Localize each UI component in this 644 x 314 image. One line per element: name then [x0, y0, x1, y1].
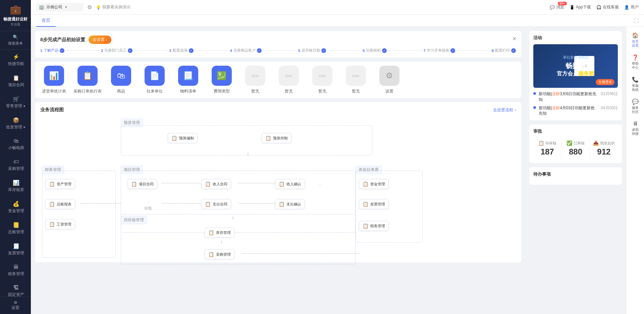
empty-1-icon: Icon	[252, 74, 259, 78]
quick-icon-settings[interactable]: ⚙ 设置	[374, 66, 405, 94]
demo-icon: 💡	[96, 5, 101, 10]
node-project-contract[interactable]: 📋 项目合同	[127, 179, 157, 189]
sidebar-item-capital[interactable]: 💰 资金管理	[0, 197, 31, 218]
right-sidebar-home-settings[interactable]: 🏠 首页设置	[626, 29, 644, 50]
message-badge: 99+	[558, 2, 567, 5]
right-sidebar-hotline[interactable]: 📞 客服热线	[626, 74, 644, 95]
sidebar-search[interactable]: 🔍 搜索菜单	[0, 31, 31, 50]
quick-icon-empty-2[interactable]: Icon 暂无	[274, 66, 304, 94]
company-selector[interactable]: 🏢 示例公司 ▼	[36, 3, 83, 11]
sidebar-item-assets[interactable]: 🏗 固定资产	[0, 281, 31, 297]
right-sidebar-community[interactable]: 💬 服务社区	[626, 96, 644, 117]
expense-contract-icon: 📋	[205, 201, 211, 207]
node-purchase[interactable]: 📋 采购管理	[205, 249, 234, 259]
approval-stat-pending[interactable]: 📋 待审核 187	[533, 138, 561, 159]
node-tax[interactable]: 📋 税务管理	[359, 221, 389, 231]
quick-icon-partner[interactable]: 📄 往来单位	[140, 66, 170, 94]
quick-icon-bom[interactable]: 📃 物料清单	[173, 66, 203, 94]
purchase-flow-label: 采购管理	[216, 252, 231, 257]
topbar-settings-icon[interactable]: ⚙	[87, 4, 92, 10]
quick-icon-empty-3[interactable]: Icon 暂无	[307, 66, 337, 94]
node-income-confirm[interactable]: 📋 收入确认	[275, 179, 305, 189]
node-salary[interactable]: 📋 工资管理	[45, 219, 75, 229]
node-budget-control[interactable]: 📋 预算控制	[262, 133, 291, 143]
node-ledger[interactable]: 📋 总账报表	[45, 199, 75, 209]
mine-label: 📤 我发起的	[593, 140, 615, 146]
chevron-right-icon: ›	[106, 38, 107, 42]
flow-config-link[interactable]: 去设置流程 ›	[493, 107, 516, 113]
quick-icon-goods[interactable]: 🛍 商品	[106, 66, 136, 94]
empty-2-icon-box: Icon	[279, 66, 299, 86]
node-budget-compile[interactable]: 📋 预算编制	[168, 133, 198, 143]
node-capital-manage[interactable]: 📋 资金管理	[359, 179, 389, 189]
sidebar-item-ecommerce[interactable]: 🛍 小畅电商	[0, 134, 31, 155]
approval-stat-done[interactable]: ✅ 已审核 880	[561, 138, 590, 159]
empty-1-icon-box: Icon	[245, 66, 265, 86]
community-label: 服务社区	[632, 106, 639, 114]
sidebar-item-wholesale[interactable]: 📦 批发管理 ▼	[0, 113, 31, 134]
setup-close-button[interactable]: ✕	[512, 36, 517, 42]
sidebar-item-label: 库存核算	[8, 187, 24, 193]
community-icon: 💬	[632, 99, 639, 105]
sidebar-item-inventory[interactable]: 📊 库存核算	[0, 176, 31, 197]
flow-canvas: 预算管理 财务管理 项目管理 供应链管理 资金往来票 📋	[40, 117, 516, 258]
quick-icon-empty-4[interactable]: Icon 暂无	[341, 66, 371, 94]
right-sidebar: 🏠 首页设置 ❓ 帮助中心 📞 客服热线 💬 服务社区 🖥 桌面快捷	[626, 27, 644, 314]
project-contract-label: 项目合同	[139, 182, 154, 187]
inventory-flow-icon: 📋	[208, 230, 214, 235]
quick-icon-purchase-stat[interactable]: 📊 进货单统计表	[39, 66, 69, 94]
quick-icon-purchase-order[interactable]: 📋 采购订单执行表	[72, 66, 103, 94]
sidebar-bottom-settings[interactable]: ⚙ 设置	[0, 297, 31, 314]
quick-icon-expense-type[interactable]: 💹 费用类型	[207, 66, 237, 94]
income-confirm-label: 收入确认	[286, 182, 301, 187]
pending-num: 187	[541, 147, 554, 156]
sidebar-item-ledger[interactable]: 📒 总账管理	[0, 218, 31, 239]
sidebar-item-project[interactable]: 📋 项目合同	[0, 71, 31, 92]
activity-title: 活动	[533, 35, 618, 41]
activity-special-btn[interactable]: 专属通道	[596, 79, 614, 85]
sidebar: 💼 畅捷通好业财 专业版 🔍 搜索菜单 ⚡ 快捷导航 📋 项目合同 🛒 零售管理	[0, 0, 31, 314]
tab-home[interactable]: 首页	[36, 15, 56, 27]
topbar-right: 💬 消息 99+ 📱 App下载 🎧 在线客服 👤 用户	[550, 4, 639, 10]
sidebar-item-purchase[interactable]: 🏷 采购管理	[0, 155, 31, 176]
activity-item-2: 新功能|业财4月03日功能更新抢先知 04月03日	[533, 105, 618, 117]
settings-quick-icon: ⚙	[386, 71, 393, 80]
sidebar-item-quick-nav[interactable]: ⚡ 快捷导航	[0, 50, 31, 71]
purchase-stat-label: 进货单统计表	[42, 88, 66, 94]
user-avatar[interactable]: 👤 用户	[624, 4, 639, 10]
setup-goto-button[interactable]: 去设置 ›	[89, 36, 111, 44]
project-contract-icon: 📋	[131, 181, 137, 187]
right-sidebar-desktop[interactable]: 🖥 桌面快捷	[626, 118, 644, 138]
arrow-income-right: ···	[319, 183, 322, 187]
node-expense-contract[interactable]: 📋 支出合同	[201, 199, 231, 209]
assets-flow-label: 资产管理	[57, 182, 71, 187]
assets-icon: 🏗	[13, 285, 19, 291]
online-service-label: 在线客服	[603, 4, 619, 10]
sidebar-item-label: 零售管理	[6, 103, 22, 109]
quick-icon-empty-1[interactable]: Icon 暂无	[240, 66, 270, 94]
approval-stat-mine[interactable]: 📤 我发起的 912	[590, 138, 618, 159]
online-service-btn[interactable]: 🎧 在线客服	[596, 4, 619, 10]
right-sidebar-help[interactable]: ❓ 帮助中心	[626, 52, 644, 72]
app-version: 专业版	[10, 22, 20, 27]
node-income-contract[interactable]: 📋 收入合同	[201, 179, 231, 189]
node-assets[interactable]: 📋 资产管理	[45, 179, 75, 189]
node-expense-confirm[interactable]: 📋 支出确认	[275, 199, 305, 209]
sidebar-item-tax[interactable]: 🏛 税务管理	[0, 260, 31, 281]
content-tabs: 首页 ⛶	[31, 15, 644, 27]
income-confirm-icon: 📋	[279, 181, 284, 187]
done-label: ✅ 已审核	[567, 140, 585, 146]
expand-icon[interactable]: ⛶	[634, 18, 639, 23]
sidebar-item-invoice[interactable]: 🧾 发票管理	[0, 239, 31, 260]
topbar: 🏢 示例公司 ▼ ⚙ 💡 我要看实例演示 💬 消息 99+ 📱 App下载	[31, 0, 644, 15]
message-btn[interactable]: 💬 消息 99+	[550, 4, 564, 10]
salary-flow-icon: 📋	[49, 222, 55, 227]
node-inventory[interactable]: 📋 库存管理	[205, 228, 234, 238]
node-invoice-manage[interactable]: 📋 发票管理	[359, 199, 389, 209]
app-download-btn[interactable]: 📱 App下载	[570, 4, 591, 10]
sidebar-item-retail[interactable]: 🛒 零售管理 ▼	[0, 92, 31, 113]
sidebar-item-label: 项目合同	[8, 82, 24, 88]
demo-link[interactable]: 💡 我要看实例演示	[96, 4, 130, 10]
chevron-right-icon: ›	[515, 108, 516, 112]
app-logo-icon: 💼	[10, 4, 21, 15]
